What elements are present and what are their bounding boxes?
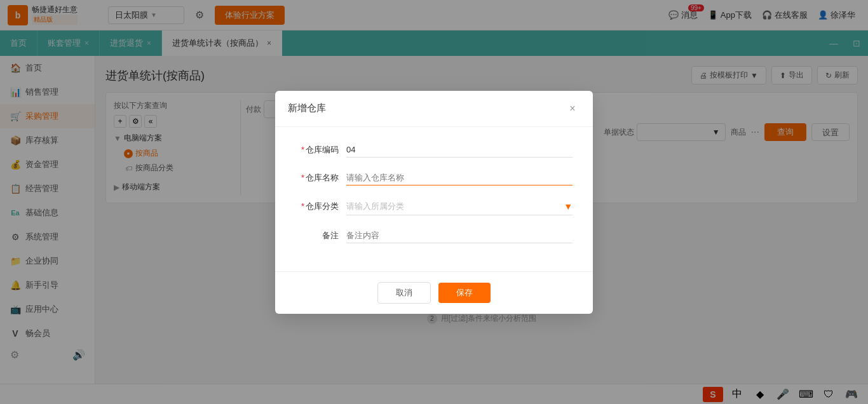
save-button[interactable]: 保存 — [438, 283, 491, 303]
modal-close-button[interactable]: × — [565, 101, 580, 116]
modal-title: 新增仓库 — [288, 102, 326, 114]
cancel-button[interactable]: 取消 — [377, 282, 431, 304]
modal-footer: 取消 保存 — [275, 271, 593, 314]
form-row-category: 仓库分类 请输入所属分类 ▼ — [295, 198, 573, 215]
modal-header: 新增仓库 × — [275, 91, 593, 127]
category-arrow-icon: ▼ — [564, 201, 573, 212]
modal-overlay[interactable]: 新增仓库 × 仓库编码 仓库名称 仓库分类 请输入所属分类 ▼ — [0, 0, 868, 404]
modal-body: 仓库编码 仓库名称 仓库分类 请输入所属分类 ▼ 备注 — [275, 127, 593, 271]
category-select[interactable]: 请输入所属分类 ▼ — [346, 198, 573, 215]
code-input[interactable] — [346, 142, 573, 158]
category-placeholder: 请输入所属分类 — [346, 201, 404, 212]
code-label: 仓库编码 — [295, 144, 346, 156]
form-row-code: 仓库编码 — [295, 142, 573, 158]
name-label: 仓库名称 — [295, 172, 346, 184]
form-row-remark: 备注 — [295, 228, 573, 243]
modal-dialog: 新增仓库 × 仓库编码 仓库名称 仓库分类 请输入所属分类 ▼ — [275, 91, 593, 314]
remark-label: 备注 — [295, 230, 346, 241]
category-label: 仓库分类 — [295, 201, 346, 212]
form-row-name: 仓库名称 — [295, 170, 573, 185]
remark-input[interactable] — [346, 228, 573, 243]
name-input[interactable] — [346, 170, 573, 185]
